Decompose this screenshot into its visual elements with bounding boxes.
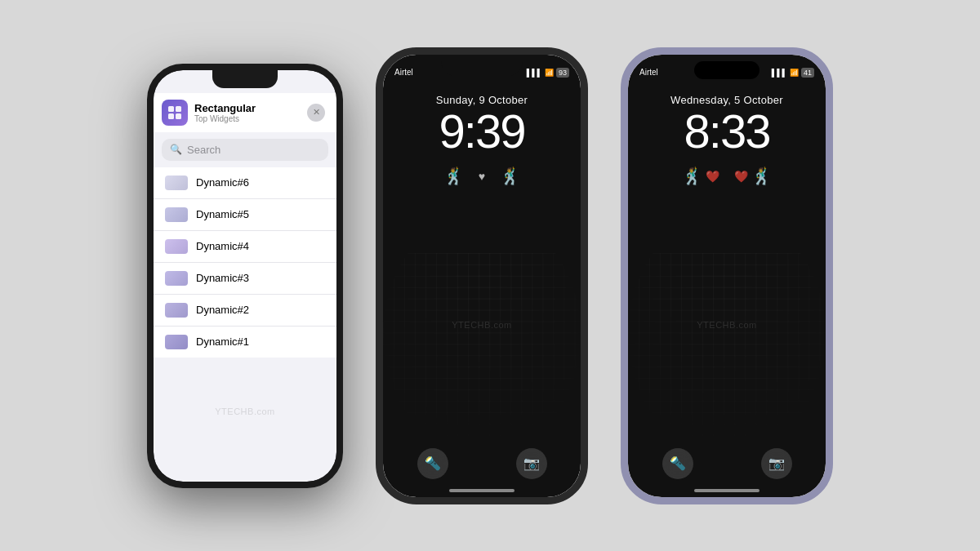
list-item[interactable]: Dynamic#3 <box>154 263 336 295</box>
list-item[interactable]: Dynamic#6 <box>154 167 336 199</box>
list-item[interactable]: Dynamic#4 <box>154 231 336 263</box>
stick-group-right: ❤️ 🕺 <box>734 167 772 186</box>
flashlight-icon: 🔦 <box>425 455 441 471</box>
dynamic-island <box>694 61 760 79</box>
widget-list: Dynamic#6 Dynamic#5 Dynamic#4 Dynamic#3 … <box>154 167 336 358</box>
camera-icon: 📷 <box>523 455 540 471</box>
widget-name: Dynamic#5 <box>196 208 249 220</box>
widget-header: Rectangular Top Widgets ✕ <box>154 93 336 132</box>
stick-group-left: 🕺 ❤️ <box>682 167 719 186</box>
widget-name: Dynamic#1 <box>196 335 249 348</box>
widget-name: Dynamic#3 <box>196 272 249 284</box>
list-item[interactable]: Dynamic#1 <box>154 327 336 358</box>
widget-thumbnail <box>165 239 188 254</box>
app-icon <box>162 100 188 126</box>
list-item[interactable]: Dynamic#5 <box>154 199 336 231</box>
home-indicator <box>449 489 514 492</box>
notch <box>212 70 278 88</box>
camera-button[interactable]: 📷 <box>516 448 547 479</box>
stick-figure-right-group: 🕺 <box>500 167 520 186</box>
list-item[interactable]: Dynamic#2 <box>154 295 336 327</box>
svg-rect-2 <box>168 113 174 119</box>
widget-app-subtitle: Top Widgets <box>194 114 256 123</box>
phone-3: Airtel ▌▌▌ 📶 41 Wednesday, 5 October 8:3… <box>621 47 833 504</box>
phone3-watermark: YTECHB.com <box>697 320 756 330</box>
home-indicator-3 <box>694 489 760 492</box>
widget-thumbnail <box>165 303 188 318</box>
svg-rect-1 <box>176 106 181 112</box>
widget-thumbnail <box>165 176 188 190</box>
phone-2: Airtel ▌▌▌ 📶 93 Sunday, 9 October 9:39 🕺… <box>376 47 588 504</box>
close-button[interactable]: ✕ <box>307 104 325 122</box>
phone2-watermark: YTECHB.com <box>452 320 511 330</box>
phone2-time: 9:39 <box>383 108 581 155</box>
phone2-widgets: 🕺 ♥ 🕺 <box>383 167 581 186</box>
widget-name: Dynamic#2 <box>196 304 249 316</box>
flashlight-button[interactable]: 🔦 <box>662 448 693 479</box>
watermark: YTECHB.com <box>215 407 274 416</box>
signal-icon: ▌▌▌ <box>772 69 787 77</box>
battery-indicator: 41 <box>801 68 814 78</box>
stick-figure-left: 🕺 <box>443 167 464 186</box>
stick-figure-right: 🕺 <box>500 167 520 186</box>
stick-figure-left-group: 🕺 <box>443 167 464 186</box>
heart-small-icon: ❤️ <box>734 170 748 183</box>
wifi-icon: 📶 <box>545 69 554 77</box>
widget-thumbnail <box>165 207 188 222</box>
arrow-icon: ❤️ <box>706 170 719 183</box>
flashlight-icon: 🔦 <box>670 455 686 471</box>
phone2-carrier: Airtel <box>394 68 413 77</box>
search-icon: 🔍 <box>170 144 182 155</box>
heart-widget: ♥ <box>479 170 485 183</box>
signal-icon: ▌▌▌ <box>527 69 542 77</box>
flashlight-button[interactable]: 🔦 <box>417 448 448 479</box>
camera-button[interactable]: 📷 <box>761 448 792 479</box>
widget-name: Dynamic#6 <box>196 176 249 189</box>
camera-icon: 📷 <box>768 455 785 471</box>
phone3-bottom-buttons: 🔦 📷 <box>628 448 826 479</box>
widget-name: Dynamic#4 <box>196 240 249 252</box>
widget-app-name: Rectangular <box>194 102 256 114</box>
phone3-time: 8:33 <box>628 108 826 155</box>
svg-rect-0 <box>168 106 174 112</box>
stick-figure-b: 🕺 <box>751 167 772 186</box>
search-bar[interactable]: 🔍 Search <box>162 139 328 161</box>
phone-1: Rectangular Top Widgets ✕ 🔍 Search Dynam… <box>147 64 343 488</box>
svg-rect-3 <box>176 113 181 119</box>
wifi-icon: 📶 <box>790 69 799 77</box>
widget-thumbnail <box>165 335 188 349</box>
phone3-widgets: 🕺 ❤️ ❤️ 🕺 <box>628 167 826 186</box>
battery-indicator: 93 <box>556 68 569 78</box>
phone2-bottom-buttons: 🔦 📷 <box>383 448 581 479</box>
phone3-carrier: Airtel <box>639 68 658 77</box>
widget-thumbnail <box>165 271 188 286</box>
phone2-notch <box>441 55 523 76</box>
stick-figure-a: 🕺 <box>682 167 702 186</box>
search-placeholder: Search <box>187 144 220 156</box>
